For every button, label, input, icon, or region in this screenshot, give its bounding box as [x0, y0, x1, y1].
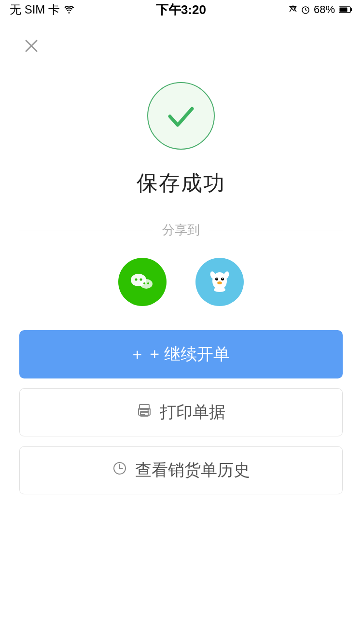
- svg-point-14: [147, 282, 149, 284]
- close-button[interactable]: [19, 34, 43, 58]
- svg-point-20: [223, 278, 223, 279]
- status-time: 下午3:20: [156, 1, 206, 18]
- battery-icon: [339, 6, 352, 14]
- battery-percent: 68%: [314, 3, 335, 16]
- location-icon: [289, 5, 297, 14]
- svg-point-18: [221, 278, 224, 280]
- action-buttons: + + 继续开单 打印单据 查看销货单历史: [0, 330, 362, 494]
- history-icon: [112, 461, 127, 480]
- print-button[interactable]: 打印单据: [19, 388, 343, 436]
- share-section: 分享到: [0, 222, 362, 306]
- success-circle: [147, 82, 215, 150]
- svg-point-29: [147, 410, 149, 412]
- no-sim-label: 无 SIM 卡: [10, 2, 60, 17]
- svg-rect-6: [340, 8, 348, 12]
- svg-point-13: [143, 282, 145, 284]
- share-label: 分享到: [162, 222, 200, 238]
- continue-order-button[interactable]: + + 继续开单: [19, 330, 343, 378]
- status-left: 无 SIM 卡: [10, 2, 74, 17]
- print-label: 打印单据: [160, 401, 225, 423]
- svg-point-17: [215, 278, 218, 280]
- svg-point-21: [217, 281, 222, 284]
- svg-rect-5: [350, 8, 352, 11]
- svg-point-12: [140, 279, 142, 281]
- svg-point-19: [217, 278, 218, 279]
- qq-share-button[interactable]: [195, 258, 244, 306]
- left-divider: [19, 230, 153, 230]
- success-area: 保存成功: [0, 63, 362, 222]
- continue-order-label: + 继续开单: [150, 343, 229, 365]
- wechat-share-button[interactable]: [118, 258, 167, 306]
- svg-point-11: [135, 279, 138, 281]
- status-bar: 无 SIM 卡 下午3:20 68%: [0, 0, 362, 19]
- right-divider: [209, 230, 343, 230]
- alarm-icon: [301, 5, 310, 14]
- print-icon: [137, 403, 152, 422]
- checkmark-icon: [164, 99, 198, 133]
- success-title: 保存成功: [137, 169, 225, 197]
- svg-rect-27: [140, 412, 148, 413]
- svg-point-10: [140, 279, 153, 289]
- close-button-container: [0, 19, 362, 63]
- wifi-icon: [64, 6, 74, 14]
- share-icons-row: [19, 258, 343, 306]
- close-icon: [24, 39, 39, 53]
- history-label: 查看销货单历史: [135, 459, 250, 481]
- svg-point-16: [214, 287, 225, 292]
- status-right: 68%: [289, 3, 352, 16]
- plus-icon: +: [132, 345, 142, 364]
- qq-icon: [205, 267, 234, 296]
- share-divider-row: 分享到: [19, 222, 343, 238]
- svg-rect-28: [140, 414, 145, 415]
- wechat-icon: [128, 267, 157, 296]
- view-history-button[interactable]: 查看销货单历史: [19, 446, 343, 494]
